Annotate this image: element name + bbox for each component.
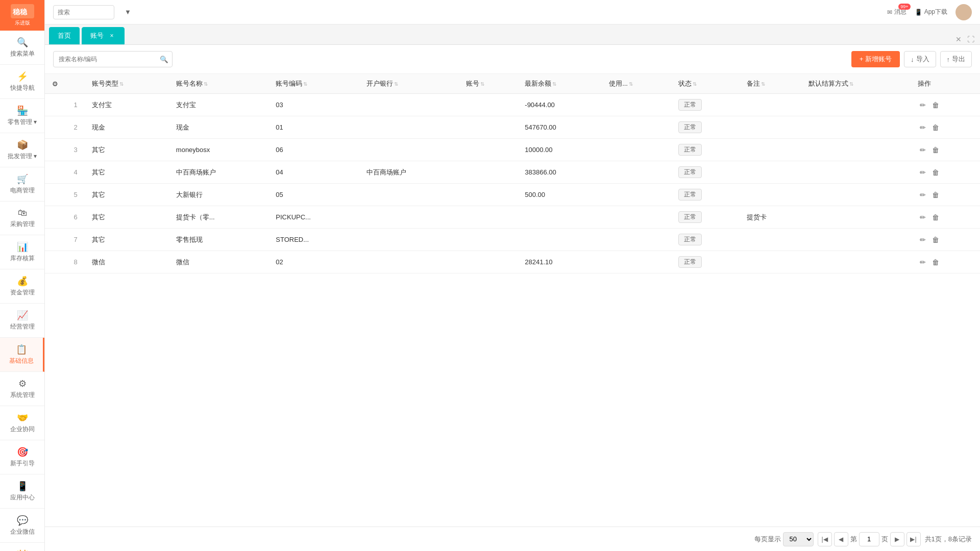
sidebar-item-app-center[interactable]: 📱 应用中心 (0, 474, 44, 509)
message-button[interactable]: ✉ 消息 99+ (887, 8, 906, 16)
sidebar-item-enterprise-agreement[interactable]: 🤝 企业协同 (0, 406, 44, 440)
table-header: ⚙ 账号类型⇅ 账号名称⇅ 账号编码⇅ 开户银行⇅ 账号⇅ 最新余额⇅ 使用..… (45, 74, 980, 94)
edit-button-2[interactable]: ✏ (918, 145, 928, 155)
delete-button-1[interactable]: 🗑 (930, 122, 941, 133)
sidebar-item-search-menu[interactable]: 🔍 搜索菜单 (0, 31, 44, 65)
sidebar-item-new-guide[interactable]: 🎯 新手引导 (0, 440, 44, 474)
col-status[interactable]: 状态⇅ (672, 74, 741, 94)
edit-button-1[interactable]: ✏ (918, 122, 928, 133)
per-page-label: 每页显示 (754, 535, 781, 544)
row-account-2 (460, 139, 519, 161)
sidebar-item-enterprise-wechat[interactable]: 💬 企业微信 (0, 509, 44, 543)
sidebar-item-basic-info[interactable]: 📋 基础信息 (0, 338, 44, 372)
col-name[interactable]: 账号名称⇅ (170, 74, 270, 94)
sidebar-item-quick-nav[interactable]: ⚡ 快捷导航 (0, 65, 44, 99)
col-bank[interactable]: 开户银行⇅ (360, 74, 460, 94)
sidebar-item-operation-mgmt[interactable]: 📈 经营管理 (0, 304, 44, 338)
header-right: ✉ 消息 99+ 📱 App下载 (887, 4, 972, 20)
col-action: 操作 (912, 74, 980, 94)
row-code-1: 01 (270, 116, 360, 139)
last-page-button[interactable]: ▶| (906, 532, 921, 546)
per-page-dropdown[interactable]: 102050100 (783, 532, 814, 546)
import-label: 导入 (916, 55, 929, 64)
col-remark[interactable]: 备注⇅ (741, 74, 802, 94)
col-account[interactable]: 账号⇅ (460, 74, 519, 94)
prev-page-button[interactable]: ◀ (834, 532, 848, 546)
app-download-button[interactable]: 📱 App下载 (915, 8, 947, 16)
row-code-2: 06 (270, 139, 360, 161)
col-usage[interactable]: 使用...⇅ (603, 74, 672, 94)
edit-button-7[interactable]: ✏ (918, 257, 928, 267)
row-type-4: 其它 (86, 184, 170, 206)
delete-button-3[interactable]: 🗑 (930, 167, 941, 178)
tab-account[interactable]: 账号 × (82, 27, 125, 44)
search-input[interactable] (54, 56, 156, 63)
edit-button-0[interactable]: ✏ (918, 100, 928, 110)
sidebar-icon-quick-nav: ⚡ (17, 71, 28, 82)
pagination: 每页显示 102050100 |◀ ◀ 第 页 ▶ ▶| 共1页，8条记录 (45, 527, 980, 551)
row-gear-6 (45, 229, 65, 251)
sidebar-label-app-center: 应用中心 (10, 493, 35, 502)
header-dropdown[interactable]: ▼ (125, 8, 131, 16)
close-window-icon[interactable]: ✕ (953, 34, 964, 44)
row-default-settle-2 (802, 139, 912, 161)
col-code[interactable]: 账号编码⇅ (270, 74, 360, 94)
page-controls: |◀ ◀ 第 页 ▶ ▶| (818, 532, 921, 546)
sidebar-label-wholesale-mgmt: 批发管理 ▾ (8, 152, 37, 161)
add-account-button[interactable]: + 新增账号 (851, 51, 900, 67)
delete-button-5[interactable]: 🗑 (930, 212, 941, 222)
row-usage-4 (603, 184, 672, 206)
sidebar-item-finance-mgmt[interactable]: 💰 资金管理 (0, 269, 44, 304)
row-remark-5: 提货卡 (741, 206, 802, 229)
tab-home[interactable]: 首页 (49, 27, 80, 44)
next-page-button[interactable]: ▶ (890, 532, 904, 546)
first-page-button[interactable]: |◀ (818, 532, 832, 546)
sidebar-item-vip-member[interactable]: 👑 畅会员 (0, 543, 44, 551)
sidebar-item-retail-mgmt[interactable]: 🏪 零售管理 ▾ (0, 99, 44, 133)
row-gear-2 (45, 139, 65, 161)
table-wrapper: ⚙ 账号类型⇅ 账号名称⇅ 账号编码⇅ 开户银行⇅ 账号⇅ 最新余额⇅ 使用..… (45, 74, 980, 527)
sidebar-icon-finance-mgmt: 💰 (17, 276, 28, 287)
col-default-settle[interactable]: 默认结算方式⇅ (802, 74, 912, 94)
page-number-input[interactable] (859, 532, 879, 546)
header-search-input[interactable] (53, 5, 114, 19)
sidebar-item-ecommerce-mgmt[interactable]: 🛒 电商管理 (0, 167, 44, 202)
row-code-3: 04 (270, 161, 360, 184)
row-default-settle-1 (802, 116, 912, 139)
sidebar-item-system-mgmt[interactable]: ⚙ 系统管理 (0, 372, 44, 406)
sidebar-label-inventory-calc: 库存核算 (10, 254, 35, 263)
sidebar-icon-purchase-mgmt: 🛍 (18, 208, 27, 218)
row-balance-3: 383866.00 (519, 161, 603, 184)
delete-button-4[interactable]: 🗑 (930, 190, 941, 200)
delete-button-7[interactable]: 🗑 (930, 257, 941, 267)
row-balance-1: 547670.00 (519, 116, 603, 139)
sidebar-icon-vip-member: 👑 (17, 549, 28, 551)
import-button[interactable]: ↓ 导入 (904, 51, 936, 67)
sidebar-item-inventory-calc[interactable]: 📊 库存核算 (0, 235, 44, 269)
search-button[interactable]: 🔍 (156, 51, 172, 67)
toolbar-right: + 新增账号 ↓ 导入 ↑ 导出 (851, 51, 972, 67)
col-type[interactable]: 账号类型⇅ (86, 74, 170, 94)
tab-account-close[interactable]: × (108, 32, 116, 40)
export-button[interactable]: ↑ 导出 (940, 51, 972, 67)
sidebar-label-retail-mgmt: 零售管理 ▾ (8, 118, 37, 127)
expand-window-icon[interactable]: ⛶ (966, 34, 976, 44)
add-account-label: + 新增账号 (860, 55, 892, 64)
delete-button-0[interactable]: 🗑 (930, 100, 941, 110)
col-balance[interactable]: 最新余额⇅ (519, 74, 603, 94)
edit-button-6[interactable]: ✏ (918, 235, 928, 245)
user-avatar[interactable] (955, 4, 972, 20)
col-gear[interactable]: ⚙ (45, 74, 65, 94)
sidebar-item-purchase-mgmt[interactable]: 🛍 采购管理 (0, 202, 44, 235)
edit-button-3[interactable]: ✏ (918, 167, 928, 178)
row-code-7: 02 (270, 251, 360, 273)
row-type-5: 其它 (86, 206, 170, 229)
edit-button-4[interactable]: ✏ (918, 190, 928, 200)
row-actions-6: ✏ 🗑 (912, 229, 980, 251)
sidebar-item-wholesale-mgmt[interactable]: 📦 批发管理 ▾ (0, 133, 44, 167)
edit-button-5[interactable]: ✏ (918, 212, 928, 222)
delete-button-2[interactable]: 🗑 (930, 145, 941, 155)
row-default-settle-0 (802, 94, 912, 116)
row-status-6: 正常 (672, 229, 741, 251)
delete-button-6[interactable]: 🗑 (930, 235, 941, 245)
